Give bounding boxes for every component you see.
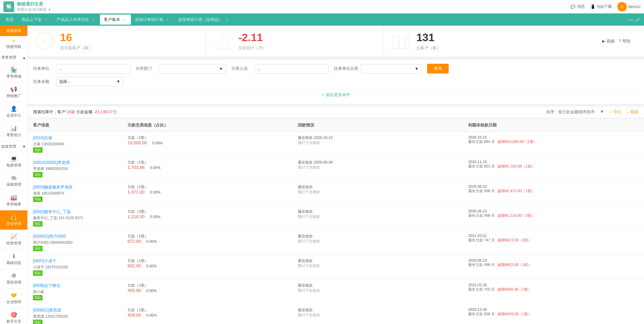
sidebar-item-wholesale-mgmt[interactable]: 批发管理 ▼: [0, 141, 27, 152]
recovery-date-0: 最近收款 2020-10-15: [298, 135, 468, 140]
tab-inbound-stats[interactable]: 进货单统计表（按商品） ×: [174, 14, 233, 25]
customer-info-0: [0016]吕俊 吕俊 13026203696 现款: [33, 135, 128, 153]
unit-category-select[interactable]: ▼: [361, 64, 422, 73]
sidebar-item-quick-nav[interactable]: ⚡ 快捷导航: [0, 36, 27, 52]
dept-select[interactable]: ▼: [159, 64, 226, 73]
customer-name-1[interactable]: [0001020001]李老师: [33, 160, 128, 166]
debt-info-7: 欠款（1笔） 429.00 0.00%: [128, 307, 298, 318]
export-label: 导出: [613, 109, 621, 115]
tab-customer-ledger[interactable]: 客户账本 ×: [100, 14, 131, 25]
debt-ratio-0: 0.00%: [152, 141, 163, 145]
balance-select[interactable]: 选择... ▼: [56, 77, 123, 86]
sidebar-search[interactable]: 搜索菜单: [0, 26, 27, 36]
video-btn[interactable]: ▶ 视频: [602, 38, 615, 44]
debt-ratio-4: 0.00%: [146, 239, 157, 243]
sidebar-item-retail-mgmt[interactable]: 零售管理 ▲: [0, 52, 27, 63]
person-input[interactable]: ...: [254, 64, 329, 73]
collab-label: 企业协同: [6, 299, 21, 304]
overdue-amount-2[interactable]: 超期¥1,471.00（1笔）: [498, 188, 535, 194]
stat-label-debt-total: 欠款合计（万）: [238, 45, 377, 51]
help-btn[interactable]: ? 帮助: [619, 38, 631, 44]
dept-arrow: ▼: [219, 66, 223, 71]
tab-maximize-icon[interactable]: ⤢: [636, 17, 640, 22]
customer-info-7: [000001]黄思源 黄思源 13552700226 现款: [33, 307, 128, 324]
overdue-amount-7[interactable]: 超期¥429.00（1笔）: [498, 312, 532, 317]
recovery-3: 最近收款 预计下次收款: [298, 209, 468, 219]
tenant-arrow: ▼: [48, 8, 51, 11]
source-unit-input[interactable]: ...: [56, 64, 130, 73]
overdue-amount-3[interactable]: 超期¥1,214.00（3笔）: [498, 213, 535, 218]
tab-purchase-stats[interactable]: 采购订单统计表 ×: [131, 14, 174, 25]
customer-name-5[interactable]: [0007]小进干: [33, 258, 128, 264]
overdue-days-7: 最长欠款 808 天: [468, 312, 495, 317]
stat-label-total-customers: 总客户（家）: [416, 45, 590, 51]
customer-name-4[interactable]: [000002]用户2050: [33, 234, 128, 239]
sidebar-item-marketing[interactable]: 📢 营销推广: [0, 83, 27, 102]
tab-product-shelving[interactable]: 商品上下架 ×: [18, 14, 53, 25]
overdue-info-5: 2020.06.23 最长欠款 998 天 超期¥652.00（1笔）: [468, 258, 639, 267]
message-btn[interactable]: 💬 消息: [570, 4, 585, 9]
sidebar-item-ecommerce[interactable]: 💻 电商管理: [0, 152, 27, 172]
tab-inbound-stats-close[interactable]: ×: [225, 17, 229, 22]
customer-name-6[interactable]: [0006]去下粮仓: [33, 283, 128, 289]
customer-name-3[interactable]: [0002]服务中心_丁磊: [33, 209, 128, 215]
tab-purchase-stats-close[interactable]: ×: [165, 17, 170, 22]
customer-name-7[interactable]: [000001]黄思源: [33, 307, 128, 313]
tab-product-shelving-label: 商品上下架: [22, 17, 42, 23]
user-menu[interactable]: D demo2: [617, 2, 641, 11]
overdue-info-6: 2021.02.26 最长欠款 750 天 超期¥455.90（1笔）: [468, 283, 639, 292]
tab-inbound-history-close[interactable]: ×: [91, 17, 96, 22]
sidebar-item-guide[interactable]: 🎯 新手引导: [0, 308, 27, 324]
system-label: 系统管理: [6, 280, 21, 285]
customer-info-2: [0003]畅捷服务尹海燕 海燕 18513066976 现款: [33, 184, 128, 202]
debt-count-2: 欠款（1笔）: [128, 184, 298, 189]
sidebar-item-retail-mall[interactable]: 🏪 零售商城: [0, 63, 27, 83]
overdue-amount-5[interactable]: 超期¥652.00（1笔）: [498, 262, 532, 267]
overdue-amount-1[interactable]: 超期¥1,703.68（1笔）: [498, 164, 535, 169]
message-icon: 💬: [570, 4, 576, 9]
sidebar-item-retail-stats[interactable]: 📊 零售统计: [0, 122, 27, 141]
tab-minimize-icon[interactable]: —: [628, 17, 633, 22]
tab-inbound-history[interactable]: 产成品入库单历史 ×: [53, 14, 100, 25]
debt-amount-7: 429.00: [128, 313, 141, 318]
overdue-amount-4[interactable]: 超期¥672.00（1笔）: [498, 238, 532, 243]
overdue-amount-6[interactable]: 超期¥455.90（1笔）: [498, 287, 532, 292]
tab-bar: 首页 商品上下架 × 产成品入库单历史 × 客户账本 × 采购订单统计表 × 进…: [0, 13, 644, 26]
marketing-icon: 📢: [10, 86, 17, 92]
sidebar-item-purchase[interactable]: 🛍 采购管理: [0, 172, 27, 191]
sidebar-item-finance[interactable]: 💰 资金管理: [0, 210, 27, 230]
customer-tag-5: 现款: [33, 270, 43, 276]
logo-text: 畅捷通好生意: [17, 1, 51, 7]
app-download-btn[interactable]: 📱 App下载: [590, 4, 612, 9]
sidebar-item-system[interactable]: ⚙ 系统管理: [0, 269, 27, 289]
tab-home[interactable]: 首页: [1, 14, 18, 25]
sort-arrow[interactable]: ▼: [600, 109, 604, 115]
sidebar-item-basic-info[interactable]: ℹ 基础信息: [0, 249, 27, 269]
header-customer-info: 客户信息: [33, 122, 128, 128]
refresh-btn[interactable]: ○ 刷新: [627, 109, 639, 115]
purchase-label: 采购管理: [6, 182, 21, 187]
tab-product-shelving-close[interactable]: ×: [44, 17, 49, 22]
overdue-date-6: 2021.02.26: [468, 283, 639, 287]
export-btn[interactable]: ○ 导出: [610, 109, 621, 115]
sidebar-item-inventory[interactable]: 🏭 库存核算: [0, 191, 27, 210]
collapse-icon: ∧: [321, 92, 325, 97]
customer-name-0[interactable]: [0016]吕俊: [33, 135, 128, 141]
results-actions: 排序：按欠款金额倒序排序 ▼ ○ 导出 ○ 刷新: [546, 109, 639, 115]
collapse-btn[interactable]: ∧ 收起更多条件: [33, 90, 639, 100]
sidebar-item-operations[interactable]: 📈 经营管理: [0, 230, 27, 249]
overdue-days-2: 最长欠款 998 天: [468, 188, 495, 194]
customer-name-2[interactable]: [0003]畅捷服务尹海燕: [33, 184, 128, 190]
sidebar-item-members[interactable]: 👤 会员中心: [0, 102, 27, 122]
recovery-date-4: 最近收款: [298, 234, 468, 239]
sidebar-item-collab[interactable]: 🤝 企业协同: [0, 289, 27, 308]
debt-amount-5: 652.00: [128, 263, 141, 268]
search-button[interactable]: 查询: [427, 64, 449, 73]
table-row: [0006]去下粮仓 陈小彬 现款 欠款（1笔） 455.90 0.00% 最近…: [28, 279, 644, 304]
wholesale-mgmt-arrow: ▼: [22, 145, 26, 149]
overdue-amount-0[interactable]: 超期¥10,000.00（1笔）: [498, 139, 537, 144]
recovery-date-5: 最近收款: [298, 258, 468, 263]
tab-customer-ledger-close[interactable]: ×: [122, 17, 127, 22]
overdue-info-4: 2021.03.01 最长欠款 747 天 超期¥672.00（1笔）: [468, 234, 639, 243]
customer-tag-2: 现款: [33, 197, 43, 202]
